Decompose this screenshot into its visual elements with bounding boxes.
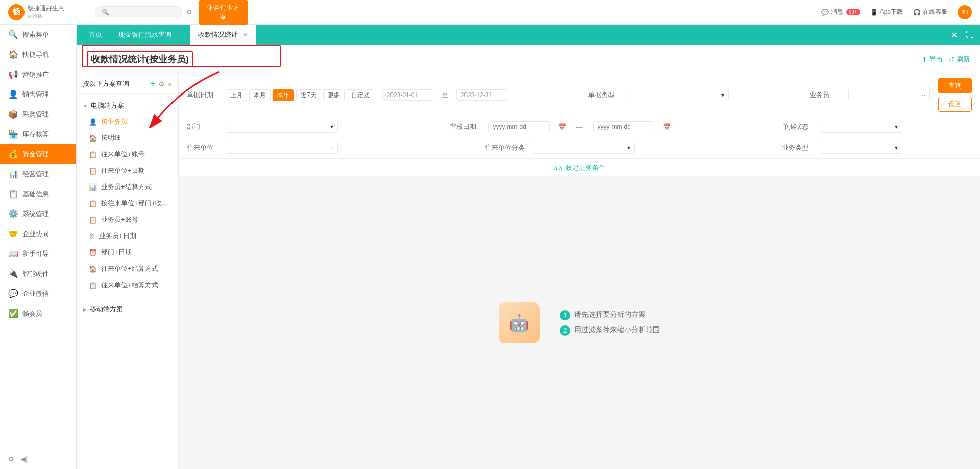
scheme-item-icon-0-2: 📋 — [89, 151, 97, 158]
app-download-btn[interactable]: 📱 App下载 — [870, 8, 903, 16]
partner-select[interactable]: ··· — [226, 142, 338, 154]
sidebar-item-search[interactable]: 🔍搜索菜单 — [0, 25, 76, 44]
collapse-icon[interactable]: ◀‖ — [20, 455, 29, 463]
page-title-actions: ⬆ 导出 ↺ 刷新 — [922, 55, 970, 64]
date-btn-4[interactable]: 更多 — [323, 89, 345, 101]
scheme-item-0-4[interactable]: 📊业务员+结算方式 — [77, 179, 178, 195]
salesperson-select[interactable]: ··· — [848, 89, 930, 101]
review-date-from[interactable] — [488, 121, 550, 132]
date-btn-5[interactable]: 自定义 — [347, 89, 374, 101]
scheme-item-label-0-3: 往来单位+日期 — [101, 166, 145, 175]
scheme-section-title-1[interactable]: ▶移动端方案 — [77, 301, 178, 317]
sidebar-item-shortcut[interactable]: 🏠快捷导航 — [0, 44, 76, 64]
tab-bar-actions: ✕ ⛶ — [949, 28, 976, 42]
export-icon: ⬆ — [922, 56, 927, 63]
sidebar-label-base: 基础信息 — [22, 190, 49, 199]
search-icon: 🔍 — [102, 9, 109, 16]
sidebar-item-hardware[interactable]: 🔌智能硬件 — [0, 264, 76, 284]
collapse-bar[interactable]: ∧∧ 收起更多条件 — [179, 158, 980, 176]
scheme-section-title-0[interactable]: ▼电脑端方案 — [77, 98, 178, 113]
scheme-item-label-0-2: 往来单位+账号 — [101, 150, 145, 159]
date-btn-0[interactable]: 上月 — [226, 89, 247, 101]
sidebar-label-finance: 资金管理 — [22, 150, 49, 159]
scheme-item-0-1[interactable]: 🏠按明细 — [77, 130, 178, 146]
scheme-panel: 按以下方案查询 + ⚙ « ▼电脑端方案👤按业务员🏠按明细📋往来单位+账号📋往来… — [77, 74, 179, 469]
add-scheme-icon[interactable]: + — [151, 79, 155, 88]
settings-icon[interactable]: ⚙ — [8, 455, 14, 463]
sidebar-item-finance[interactable]: 💰资金管理 — [0, 144, 76, 164]
filter-row-partner: 往来单位 ··· 往来单位分类 ▾ 业务类型 ▾ — [179, 137, 980, 158]
scheme-settings-icon[interactable]: ⚙ — [158, 80, 165, 88]
refresh-btn[interactable]: ↺ 刷新 — [949, 55, 970, 64]
scheme-item-0-5[interactable]: 📋按往来单位+部门+收... — [77, 195, 178, 212]
sidebar-item-sales[interactable]: 👤销售管理 — [0, 84, 76, 104]
partner-category-select[interactable]: ▾ — [533, 142, 635, 154]
scheme-item-0-0[interactable]: 👤按业务员 — [77, 113, 178, 130]
tab-close-bank[interactable]: ✕ — [177, 31, 182, 38]
dept-select[interactable]: ▾ — [226, 121, 338, 133]
tab-collection[interactable]: 收款情况统计✕ — [190, 25, 256, 45]
scheme-item-0-9[interactable]: 🏠往来单位+结算方式 — [77, 261, 178, 277]
sidebar-label-operations: 经营管理 — [22, 170, 49, 179]
calendar-icon[interactable]: 📅 — [558, 123, 566, 131]
partner-dots[interactable]: ··· — [328, 144, 333, 151]
main: 首页现金银行流水查询✕收款情况统计✕ ✕ ⛶ 收款情况统计(按业务员) ⬆ 导出… — [77, 0, 980, 469]
biz-type-select[interactable]: ▾ — [821, 142, 902, 154]
sidebar-item-inventory[interactable]: 🏪库存核算 — [0, 124, 76, 144]
scheme-item-0-7[interactable]: ⚙业务员+日期 — [77, 228, 178, 244]
export-btn[interactable]: ⬆ 导出 — [922, 55, 943, 64]
maximize-icon[interactable]: ⛶ — [964, 28, 976, 41]
settings-btn[interactable]: 设置 — [938, 97, 972, 112]
tab-bank[interactable]: 现金银行流水查询✕ — [110, 25, 190, 45]
sidebar-item-operations[interactable]: 📊经营管理 — [0, 164, 76, 184]
salesperson-dots[interactable]: ··· — [920, 91, 925, 99]
scheme-item-label-0-1: 按明细 — [101, 133, 121, 143]
scheme-item-icon-0-7: ⚙ — [89, 232, 95, 240]
scheme-item-0-2[interactable]: 📋往来单位+账号 — [77, 146, 178, 162]
partner-label: 往来单位 — [187, 143, 217, 152]
date-btn-1[interactable]: 本月 — [249, 89, 271, 101]
avatar[interactable]: Rit — [958, 5, 972, 19]
calendar-icon2[interactable]: 📅 — [663, 123, 671, 131]
sidebar-item-member[interactable]: ✅畅会员 — [0, 303, 76, 323]
doc-status-select[interactable]: ▾ — [821, 121, 902, 133]
scheme-item-0-3[interactable]: 📋往来单位+日期 — [77, 162, 178, 179]
doc-type-select[interactable]: ▾ — [627, 89, 729, 101]
scheme-item-icon-0-1: 🏠 — [89, 134, 97, 142]
date-btn-2[interactable]: 本年 — [273, 89, 294, 101]
date-to-input[interactable] — [456, 89, 507, 101]
sidebar-label-marketing: 营销推广 — [22, 70, 49, 79]
scheme-item-0-6[interactable]: 📋业务员+账号 — [77, 212, 178, 228]
sidebar-item-system[interactable]: ⚙️系统管理 — [0, 204, 76, 224]
query-btn[interactable]: 查询 — [938, 78, 972, 93]
empty-illustration: 🤖 — [499, 302, 540, 343]
sidebar-item-guide[interactable]: 📖新手引导 — [0, 244, 76, 264]
app-download-label: App下载 — [880, 8, 903, 16]
date-from-input[interactable] — [382, 89, 433, 101]
refresh-icon: ↺ — [949, 56, 954, 63]
doc-status-label: 单据状态 — [782, 122, 813, 131]
sidebar-item-marketing[interactable]: 📢营销推广 — [0, 64, 76, 84]
messages-btn[interactable]: 💬 消息 99+ — [821, 8, 860, 16]
sidebar-item-purchase[interactable]: 📦采购管理 — [0, 104, 76, 124]
scheme-collapse-icon[interactable]: « — [168, 80, 172, 88]
sidebar-label-system: 系统管理 — [22, 209, 49, 219]
close-window-icon[interactable]: ✕ — [949, 28, 960, 42]
scheme-item-0-10[interactable]: 📋往来单位+结算方式 — [77, 277, 178, 293]
search-box[interactable]: 🔍 — [95, 6, 182, 18]
sidebar-item-enterprise[interactable]: 🤝企业协同 — [0, 224, 76, 244]
date-btn-3[interactable]: 近7天 — [296, 89, 321, 101]
tab-home[interactable]: 首页 — [81, 25, 110, 45]
review-date-to[interactable] — [593, 121, 654, 132]
chevron-down-icon4: ▾ — [627, 144, 630, 151]
sidebar-item-wechat[interactable]: 💬企业微信 — [0, 284, 76, 303]
tab-close-collection[interactable]: ✕ — [243, 31, 248, 38]
trial-btn[interactable]: 体验行业方案 — [199, 0, 248, 25]
online-service-btn[interactable]: 🎧 在线客服 — [913, 8, 947, 16]
gear-icon[interactable]: ⚙ — [186, 8, 192, 16]
scheme-item-0-8[interactable]: ⏰部门+日期 — [77, 244, 178, 261]
messages-label: 消息 — [831, 8, 843, 16]
sidebar-item-base[interactable]: 📋基础信息 — [0, 184, 76, 204]
sidebar-label-wechat: 企业微信 — [22, 289, 49, 298]
scheme-item-icon-0-5: 📋 — [89, 200, 97, 207]
